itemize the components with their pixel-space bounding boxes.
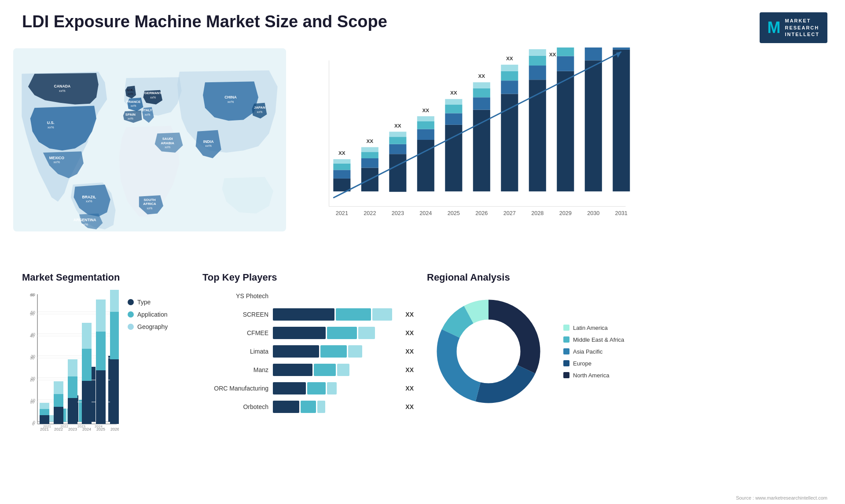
svg-text:40: 40: [30, 334, 34, 338]
player-bar-seg: [320, 345, 347, 358]
logo-text: MARKET RESEARCH INTELLECT: [785, 18, 820, 38]
svg-rect-157: [68, 376, 77, 398]
svg-text:GERMANY: GERMANY: [144, 91, 162, 95]
svg-rect-36: [333, 170, 350, 179]
svg-rect-152: [54, 407, 63, 424]
svg-text:XX: XX: [338, 150, 345, 156]
svg-text:INDIA: INDIA: [203, 139, 214, 144]
svg-rect-84: [557, 56, 574, 71]
svg-rect-59: [445, 125, 462, 191]
svg-rect-158: [68, 359, 77, 376]
svg-rect-148: [40, 415, 49, 424]
svg-text:xx%: xx%: [59, 89, 66, 93]
player-bars: [273, 327, 398, 339]
logo-box: M MARKET RESEARCH INTELLECT: [760, 12, 828, 43]
player-bar-seg: [273, 327, 326, 339]
svg-text:2024: 2024: [82, 427, 91, 431]
svg-text:2027: 2027: [503, 210, 516, 216]
seg-chart-container: 0 10 20 30 40 50 60: [22, 290, 189, 439]
svg-rect-35: [333, 179, 350, 191]
player-name: Orbotech: [202, 403, 268, 410]
svg-text:CHINA: CHINA: [224, 95, 237, 99]
player-bars: [273, 345, 398, 358]
svg-rect-66: [473, 98, 490, 110]
svg-rect-77: [529, 80, 546, 192]
svg-rect-150: [40, 403, 49, 409]
svg-text:XX: XX: [549, 51, 556, 57]
svg-text:2021: 2021: [40, 427, 49, 431]
player-row: SCREEN XX: [202, 308, 414, 321]
player-row: ORC Manufacturing XX: [202, 382, 414, 394]
legend-latin-america-label: Latin America: [573, 325, 608, 331]
logo-letter: M: [768, 17, 781, 39]
svg-text:MEXICO: MEXICO: [49, 156, 65, 160]
player-bar-seg: [348, 345, 362, 358]
player-row: YS Photech: [202, 290, 414, 302]
svg-text:60: 60: [30, 293, 34, 297]
svg-text:xx%: xx%: [128, 93, 133, 96]
svg-rect-68: [473, 83, 490, 89]
svg-rect-166: [96, 299, 106, 332]
svg-text:2024: 2024: [419, 210, 432, 216]
svg-rect-43: [361, 152, 378, 159]
svg-text:ARGENTINA: ARGENTINA: [73, 218, 96, 222]
svg-rect-161: [82, 349, 92, 381]
svg-rect-170: [110, 290, 119, 312]
svg-text:CANADA: CANADA: [54, 84, 71, 88]
market-seg-title: Market Segmentation: [22, 272, 189, 283]
svg-rect-153: [54, 394, 63, 407]
page-title: LDI Exposure Machine Market Size and Sco…: [22, 12, 387, 31]
svg-text:U.S.: U.S.: [47, 121, 55, 125]
svg-text:ITALY: ITALY: [143, 108, 153, 112]
bottom-section: Market Segmentation 0 10 20 30 40 50 60: [0, 267, 845, 496]
player-bars: [273, 290, 414, 302]
svg-text:0: 0: [32, 422, 34, 426]
svg-text:XX: XX: [394, 123, 401, 128]
legend-asia-pacific-label: Asia Pacific: [573, 348, 603, 355]
svg-rect-85: [557, 47, 574, 56]
svg-rect-47: [389, 154, 406, 192]
svg-text:xx%: xx%: [128, 117, 133, 121]
legend-latin-america-color: [563, 325, 569, 331]
svg-text:2023: 2023: [68, 427, 77, 431]
player-bar-seg: [273, 382, 306, 394]
donut-container: Latin America Middle East & Africa Asia …: [427, 290, 832, 413]
key-players-section: Top Key Players YS Photech SCREEN XX CFM…: [202, 272, 414, 492]
svg-text:FRANCE: FRANCE: [126, 100, 140, 104]
market-segmentation: Market Segmentation 0 10 20 30 40 50 60: [22, 272, 189, 492]
svg-rect-74: [501, 65, 518, 71]
svg-rect-154: [54, 381, 63, 394]
svg-rect-83: [557, 71, 574, 191]
player-xx: XX: [405, 311, 414, 318]
svg-text:2030: 2030: [587, 210, 599, 216]
svg-rect-92: [613, 50, 630, 191]
svg-text:SPAIN: SPAIN: [125, 113, 136, 117]
player-bar-seg: [273, 345, 319, 358]
legend-latin-america: Latin America: [563, 325, 624, 331]
seg-legend: Type Application Geography: [128, 290, 168, 330]
legend-geography: Geography: [128, 323, 168, 330]
player-bar-seg: [301, 401, 316, 413]
player-xx: XX: [405, 348, 414, 355]
player-bar-seg: [273, 401, 299, 413]
svg-text:2026: 2026: [475, 210, 488, 216]
svg-text:2025: 2025: [448, 210, 460, 216]
svg-text:xx%: xx%: [228, 100, 234, 104]
svg-text:xx%: xx%: [205, 144, 212, 148]
svg-text:2021: 2021: [336, 210, 348, 216]
svg-rect-55: [417, 121, 434, 129]
svg-rect-88: [585, 61, 602, 192]
legend-middle-east-color: [563, 336, 569, 343]
svg-rect-160: [82, 381, 92, 424]
legend-middle-east: Middle East & Africa: [563, 336, 624, 343]
legend-type-dot: [128, 299, 134, 305]
svg-text:xx%: xx%: [48, 125, 54, 129]
player-name: SCREEN: [202, 311, 268, 318]
svg-rect-62: [445, 99, 462, 105]
world-map: CANADA xx% U.S. xx% MEXICO xx% BRAZIL xx…: [13, 47, 286, 232]
legend-application: Application: [128, 311, 168, 318]
legend-application-label: Application: [137, 311, 168, 318]
seg-bar-clean: 0 10 20 30 40 50 60: [22, 290, 119, 444]
svg-text:2025: 2025: [96, 427, 105, 431]
player-bar-seg: [327, 327, 357, 339]
